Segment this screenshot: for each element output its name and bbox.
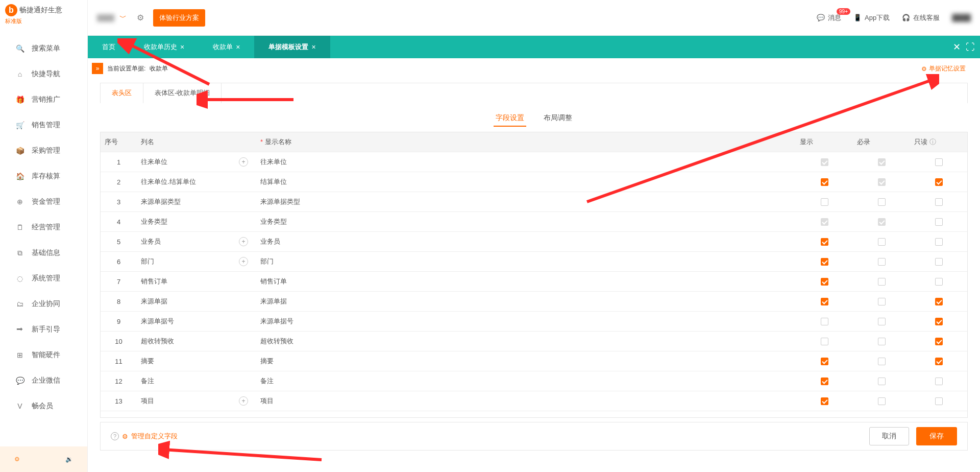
add-icon[interactable]: + (239, 396, 248, 406)
checkbox[interactable] (821, 278, 828, 286)
checkbox[interactable] (821, 178, 828, 186)
sound-icon[interactable]: 🔉 (65, 456, 73, 463)
checkbox[interactable] (878, 358, 886, 365)
cancel-button[interactable]: 取消 (869, 427, 909, 445)
checkbox[interactable] (935, 397, 943, 405)
cell-display[interactable]: 金额-表头自定义 (256, 411, 796, 418)
gear-icon[interactable]: ⚙ (137, 13, 144, 22)
checkbox[interactable] (878, 377, 886, 385)
sidebar-item[interactable]: 🏠库存核算 (0, 163, 87, 189)
sidebar-item[interactable]: V畅会员 (0, 393, 87, 419)
save-button[interactable]: 保存 (916, 427, 957, 445)
cell-display[interactable]: 业务类型 (256, 212, 796, 232)
page-tab[interactable]: 首页 (88, 36, 130, 58)
user-menu[interactable]: ████ (952, 14, 971, 21)
page-tab[interactable]: 单据模板设置× (254, 36, 330, 58)
cell-required (853, 252, 910, 272)
close-icon[interactable]: × (180, 43, 184, 51)
memory-settings-link[interactable]: ⚙ 单据记忆设置 (921, 64, 966, 73)
checkbox[interactable] (821, 198, 828, 206)
checkbox[interactable] (878, 198, 886, 206)
checkbox[interactable] (935, 377, 943, 385)
cell-display[interactable]: 来源单据类型 (256, 192, 796, 212)
company-selector[interactable]: ████ ﹀ ⚙ (97, 13, 144, 22)
sidebar-item[interactable]: ⊕资金管理 (0, 189, 87, 215)
checkbox[interactable] (878, 278, 886, 286)
cell-display[interactable]: 结算单位 (256, 172, 796, 192)
close-all-icon[interactable]: ✕ (953, 41, 961, 53)
page-tab[interactable]: 收款单× (199, 36, 254, 58)
tab-header-area[interactable]: 表头区 (101, 83, 143, 104)
add-icon[interactable]: + (239, 257, 248, 266)
checkbox[interactable] (935, 178, 943, 186)
checkbox[interactable] (821, 397, 828, 405)
checkbox[interactable] (935, 198, 943, 206)
checkbox[interactable] (821, 338, 828, 345)
try-plan-button[interactable]: 体验行业方案 (153, 9, 205, 27)
add-icon[interactable]: + (239, 237, 248, 246)
checkbox[interactable] (821, 238, 828, 246)
cell-display[interactable]: 业务员 (256, 232, 796, 252)
checkbox[interactable] (821, 258, 828, 266)
cell-display[interactable]: 往来单位 (256, 152, 796, 172)
close-icon[interactable]: × (236, 43, 240, 51)
cell-display[interactable]: 销售订单 (256, 272, 796, 292)
sidebar-item[interactable]: 🛒销售管理 (0, 112, 87, 138)
checkbox[interactable] (935, 318, 943, 325)
collapse-icon[interactable]: » (92, 63, 103, 74)
checkbox[interactable] (821, 358, 828, 365)
app-download-link[interactable]: 📱 App下载 (853, 13, 890, 22)
cell-display[interactable]: 超收转预收 (256, 332, 796, 351)
checkbox[interactable] (878, 298, 886, 305)
help-icon[interactable]: ? (111, 432, 119, 440)
sidebar-item[interactable]: ⌂快捷导航 (0, 61, 87, 87)
checkbox[interactable] (821, 298, 828, 305)
sidebar-item[interactable]: 🗒经营管理 (0, 215, 87, 240)
cell-display[interactable]: 来源单据 (256, 292, 796, 312)
tab-body-area[interactable]: 表体区-收款单明细 (143, 83, 222, 103)
checkbox[interactable] (878, 397, 886, 405)
checkbox[interactable] (821, 318, 828, 325)
sidebar-item-label: 经营管理 (32, 223, 60, 232)
add-icon[interactable]: + (239, 157, 248, 167)
sidebar-item[interactable]: ⧉基础信息 (0, 240, 87, 266)
messages-link[interactable]: 💬 消息 99+ (817, 13, 841, 22)
manage-custom-fields-link[interactable]: 管理自定义字段 (131, 432, 178, 441)
checkbox[interactable] (935, 158, 943, 166)
subtab-layout-adjust[interactable]: 布局调整 (542, 110, 574, 127)
checkbox[interactable] (878, 417, 886, 418)
gear-icon[interactable]: ⚙ (14, 456, 20, 463)
checkbox[interactable] (821, 377, 828, 385)
fullscreen-icon[interactable]: ⛶ (966, 42, 975, 53)
sidebar-item[interactable]: 🔍搜索菜单 (0, 36, 87, 61)
subtab-field-settings[interactable]: 字段设置 (494, 110, 526, 127)
checkbox[interactable] (935, 338, 943, 345)
cell-display[interactable]: 项目 (256, 391, 796, 411)
close-icon[interactable]: × (311, 43, 315, 51)
checkbox[interactable] (878, 318, 886, 325)
cell-display[interactable]: 部门 (256, 252, 796, 272)
checkbox[interactable] (935, 298, 943, 305)
cell-display[interactable]: 摘要 (256, 351, 796, 371)
sidebar-item[interactable]: ◌系统管理 (0, 266, 87, 291)
checkbox[interactable] (821, 417, 828, 418)
cell-display[interactable]: 备注 (256, 371, 796, 391)
checkbox[interactable] (878, 238, 886, 246)
sidebar-item[interactable]: 🗂企业协同 (0, 291, 87, 317)
sidebar-item[interactable]: ⊞智能硬件 (0, 342, 87, 368)
sidebar-item[interactable]: 📦采购管理 (0, 138, 87, 163)
checkbox[interactable] (935, 258, 943, 266)
checkbox[interactable] (935, 278, 943, 286)
sidebar-item[interactable]: 💬企业微信 (0, 368, 87, 393)
checkbox[interactable] (935, 417, 943, 418)
cell-display[interactable]: 来源单据号 (256, 312, 796, 332)
checkbox[interactable] (878, 258, 886, 266)
page-tab[interactable]: 收款单历史× (130, 36, 199, 58)
checkbox[interactable] (878, 338, 886, 345)
sidebar-item[interactable]: ⮕新手引导 (0, 317, 87, 342)
checkbox[interactable] (935, 238, 943, 246)
checkbox[interactable] (935, 358, 943, 365)
online-service-link[interactable]: 🎧 在线客服 (902, 13, 940, 22)
checkbox[interactable] (935, 218, 943, 226)
sidebar-item[interactable]: 🎁营销推广 (0, 87, 87, 112)
